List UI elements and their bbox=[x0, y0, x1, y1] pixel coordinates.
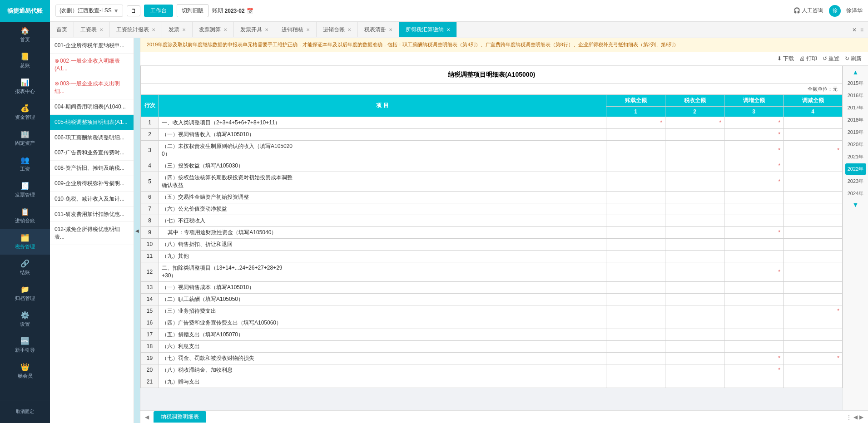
cell-v1[interactable] bbox=[606, 203, 665, 215]
cell-v2[interactable] bbox=[665, 262, 724, 281]
sidebar-item-vip[interactable]: 👑 畅会员 bbox=[0, 358, 50, 384]
cell-v2[interactable] bbox=[665, 364, 724, 376]
cell-v1[interactable]: * bbox=[606, 117, 665, 128]
refresh-button[interactable]: ↻ 刷新 bbox=[845, 55, 862, 63]
year-2017[interactable]: 2017年 bbox=[845, 102, 866, 113]
sidebar-item-purchase[interactable]: 📋 进销台账 bbox=[0, 203, 50, 229]
calendar-icon[interactable]: 📅 bbox=[247, 8, 253, 14]
tab-audit[interactable]: 进销稽核✕ bbox=[275, 22, 317, 37]
close-icon[interactable]: ✕ bbox=[446, 27, 450, 32]
tab-invoice-open[interactable]: 发票开具✕ bbox=[234, 22, 275, 37]
cell-v2[interactable] bbox=[665, 128, 724, 140]
cell-v3[interactable]: * bbox=[724, 226, 784, 238]
year-2023[interactable]: 2023年 bbox=[845, 176, 866, 187]
cell-v4[interactable] bbox=[784, 215, 843, 226]
cell-v2[interactable] bbox=[665, 140, 724, 160]
cell-v4[interactable] bbox=[784, 364, 843, 376]
reset-button[interactable]: ↺ 重置 bbox=[823, 55, 839, 63]
cell-v1[interactable] bbox=[606, 352, 665, 364]
tab-invoice-calc[interactable]: 发票测算✕ bbox=[193, 22, 234, 37]
year-2015[interactable]: 2015年 bbox=[845, 78, 866, 89]
sidebar-item-invoice[interactable]: 🧾 发票管理 bbox=[0, 177, 50, 203]
year-2020[interactable]: 2020年 bbox=[845, 139, 866, 150]
more-tabs-icon[interactable]: ≡ bbox=[860, 27, 863, 33]
cell-v1[interactable] bbox=[606, 172, 665, 191]
close-icon[interactable]: ✕ bbox=[182, 27, 186, 32]
left-item-002[interactable]: ⊗002-一般企业收入明细表(A1... bbox=[50, 54, 134, 77]
close-all-icon[interactable]: ✕ bbox=[852, 27, 857, 33]
cell-v4[interactable] bbox=[784, 281, 843, 293]
cell-v1[interactable] bbox=[606, 262, 665, 281]
cell-v3[interactable] bbox=[724, 203, 784, 215]
unpin-button[interactable]: 取消固定 bbox=[0, 404, 50, 419]
sidebar-item-finance[interactable]: 💰 资金管理 bbox=[0, 99, 50, 125]
cell-v4[interactable] bbox=[784, 128, 843, 140]
close-icon[interactable]: ✕ bbox=[99, 27, 103, 32]
cell-v2[interactable] bbox=[665, 340, 724, 352]
sidebar-item-guide[interactable]: 🆕 新手引导 bbox=[0, 332, 50, 358]
cell-v1[interactable] bbox=[606, 376, 665, 388]
cell-v4[interactable] bbox=[784, 340, 843, 352]
nav-next-icon[interactable]: ▶ bbox=[859, 414, 863, 420]
year-down-button[interactable]: ▼ bbox=[852, 200, 860, 209]
cell-v3[interactable] bbox=[724, 250, 784, 262]
cell-v1[interactable] bbox=[606, 191, 665, 203]
left-item-011[interactable]: 011-研发费用加计扣除优惠... bbox=[50, 207, 134, 222]
cell-v2[interactable] bbox=[665, 160, 724, 172]
left-item-010[interactable]: 010-免税、减计收入及加计... bbox=[50, 192, 134, 207]
left-item-008[interactable]: 008-资产折旧、摊销及纳税... bbox=[50, 161, 134, 176]
tab-invoice[interactable]: 发票✕ bbox=[162, 22, 193, 37]
year-2018[interactable]: 2018年 bbox=[845, 114, 866, 126]
cell-v3[interactable]: * bbox=[724, 128, 784, 140]
tab-tax-list[interactable]: 税表清册✕ bbox=[358, 22, 399, 37]
cell-v2[interactable] bbox=[665, 317, 724, 329]
cell-v1[interactable] bbox=[606, 329, 665, 340]
cell-v3[interactable]: * bbox=[724, 352, 784, 364]
nav-prev-icon[interactable]: ◀ bbox=[853, 414, 858, 420]
table-scroll[interactable]: 纳税调整项目明细表(A105000) 全额单位：元 行次 项 目 账载全额 税收… bbox=[140, 66, 843, 410]
cell-v3[interactable]: * bbox=[724, 262, 784, 281]
tab-payroll[interactable]: 工资表✕ bbox=[74, 22, 110, 37]
tab-payroll-stats[interactable]: 工资统计报表✕ bbox=[110, 22, 162, 37]
workbench-button[interactable]: 工作台 bbox=[144, 5, 173, 17]
copy-button[interactable]: 🗒 bbox=[127, 5, 140, 16]
cell-v1[interactable] bbox=[606, 364, 665, 376]
cell-v3[interactable]: * bbox=[724, 117, 784, 128]
cell-v1[interactable] bbox=[606, 215, 665, 226]
cell-v2[interactable] bbox=[665, 293, 724, 305]
cell-v4[interactable] bbox=[784, 191, 843, 203]
left-item-005[interactable]: 005-纳税调整项目明细表(A1... bbox=[50, 115, 134, 130]
print-button[interactable]: 🖨 打印 bbox=[799, 55, 817, 63]
download-button[interactable]: ⬇ 下载 bbox=[777, 55, 794, 63]
cell-v3[interactable] bbox=[724, 238, 784, 250]
cell-v2[interactable] bbox=[665, 250, 724, 262]
left-item-003[interactable]: ⊗003-一般企业成本支出明细... bbox=[50, 76, 134, 99]
cell-v2[interactable] bbox=[665, 281, 724, 293]
tab-income-tax[interactable]: 所得税汇算缴纳✕ bbox=[399, 22, 457, 37]
left-item-007[interactable]: 007-广告费和业务宣传费时... bbox=[50, 145, 134, 161]
cell-v1[interactable] bbox=[606, 238, 665, 250]
cell-v1[interactable] bbox=[606, 140, 665, 160]
cell-v2[interactable] bbox=[665, 226, 724, 238]
year-2021[interactable]: 2021年 bbox=[845, 151, 866, 162]
cell-v3[interactable] bbox=[724, 317, 784, 329]
cell-v2[interactable] bbox=[665, 376, 724, 388]
cell-v4[interactable] bbox=[784, 226, 843, 238]
cell-v4[interactable] bbox=[784, 203, 843, 215]
cell-v3[interactable] bbox=[724, 340, 784, 352]
sidebar-item-archive[interactable]: 📁 归档管理 bbox=[0, 280, 50, 306]
cell-v4[interactable] bbox=[784, 329, 843, 340]
cell-v2[interactable] bbox=[665, 191, 724, 203]
cell-v4[interactable]: * bbox=[784, 352, 843, 364]
sidebar-item-reports[interactable]: 📊 报表中心 bbox=[0, 74, 50, 99]
close-icon[interactable]: ✕ bbox=[152, 27, 155, 32]
left-item-006[interactable]: 006-职工薪酬纳税调整明细... bbox=[50, 130, 134, 146]
left-item-012[interactable]: 012-减免企所得税优惠明细表... bbox=[50, 222, 134, 245]
left-item-009[interactable]: 009-企业所得税弥补亏损明... bbox=[50, 176, 134, 192]
cell-v4[interactable]: * bbox=[784, 305, 843, 317]
close-icon[interactable]: ✕ bbox=[389, 27, 392, 32]
cell-v4[interactable] bbox=[784, 238, 843, 250]
cell-v3[interactable] bbox=[724, 215, 784, 226]
year-up-button[interactable]: ▲ bbox=[852, 68, 860, 77]
year-2016[interactable]: 2016年 bbox=[845, 90, 866, 101]
